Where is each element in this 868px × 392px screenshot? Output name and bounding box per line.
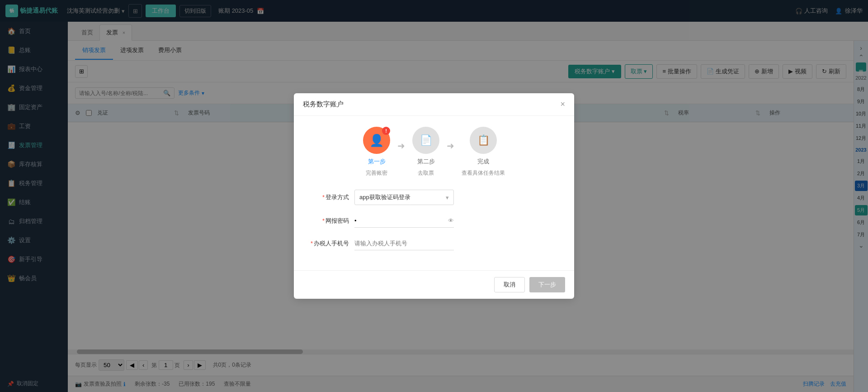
- step-3-label: 完成: [477, 158, 489, 166]
- web-password-input-wrap: 👁: [354, 214, 454, 228]
- login-method-value: app获取验证码登录: [359, 193, 410, 201]
- phone-row: 办税人手机号: [308, 237, 560, 250]
- tax-account-modal: 税务数字账户 × 👤 ! 第一步 完善账密 ➜: [294, 93, 574, 299]
- login-method-label: 登录方式: [308, 193, 349, 201]
- password-toggle-icon[interactable]: 👁: [448, 217, 454, 224]
- step-1-icon: 👤: [369, 134, 384, 148]
- step-1-circle: 👤 !: [363, 127, 390, 154]
- step-1-label: 第一步: [368, 158, 386, 166]
- phone-input[interactable]: [354, 237, 454, 250]
- modal-overlay: 税务数字账户 × 👤 ! 第一步 完善账密 ➜: [0, 0, 868, 392]
- step-1: 👤 ! 第一步 完善账密: [363, 127, 390, 177]
- modal-close-button[interactable]: ×: [560, 100, 565, 109]
- login-method-row: 登录方式 app获取验证码登录 ▾: [308, 190, 560, 205]
- steps-indicator: 👤 ! 第一步 完善账密 ➜ 📄 第二步 去取票: [308, 127, 560, 177]
- step-3-icon: 📋: [477, 134, 490, 146]
- step-1-badge: !: [382, 127, 390, 135]
- step-1-desc: 完善账密: [366, 169, 387, 177]
- step-2-circle: 📄: [412, 127, 439, 154]
- web-password-input[interactable]: [354, 214, 448, 227]
- step-3-circle: 📋: [470, 127, 497, 154]
- modal-footer: 取消 下一步: [294, 270, 574, 299]
- step-3: 📋 完成 查看具体任务结果: [462, 127, 505, 177]
- step-2-icon: 📄: [420, 134, 432, 146]
- step-2-desc: 去取票: [418, 169, 434, 177]
- step-3-desc: 查看具体任务结果: [462, 169, 505, 177]
- web-password-label: 网报密码: [308, 217, 349, 225]
- step-2-label: 第二步: [417, 158, 435, 166]
- select-chevron-icon: ▾: [446, 194, 449, 201]
- step-arrow-1: ➜: [397, 140, 405, 164]
- modal-header: 税务数字账户 ×: [294, 93, 574, 116]
- step-arrow-2: ➜: [447, 140, 454, 164]
- step-2: 📄 第二步 去取票: [412, 127, 439, 177]
- cancel-button[interactable]: 取消: [494, 277, 525, 292]
- web-password-row: 网报密码 👁: [308, 214, 560, 228]
- phone-label: 办税人手机号: [308, 239, 349, 248]
- modal-body: 👤 ! 第一步 完善账密 ➜ 📄 第二步 去取票: [294, 116, 574, 270]
- login-method-select[interactable]: app获取验证码登录 ▾: [354, 190, 454, 205]
- next-step-button[interactable]: 下一步: [529, 277, 565, 292]
- modal-title: 税务数字账户: [303, 100, 344, 109]
